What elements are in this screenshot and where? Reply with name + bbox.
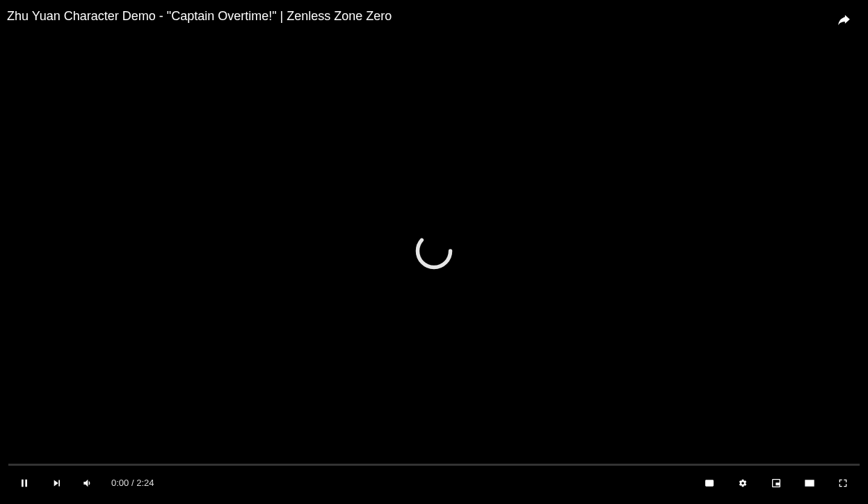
pause-icon: [16, 475, 33, 491]
video-player[interactable]: Zhu Yuan Character Demo - "Captain Overt…: [0, 0, 868, 504]
settings-button[interactable]: [726, 466, 760, 500]
svg-point-0: [417, 234, 450, 267]
top-overlay: Zhu Yuan Character Demo - "Captain Overt…: [0, 0, 868, 42]
captions-button[interactable]: [693, 466, 726, 500]
volume-icon: [80, 475, 97, 491]
progress-bar[interactable]: [8, 464, 860, 466]
share-icon: [835, 11, 853, 29]
left-controls: 0:00 / 2:24: [8, 466, 157, 500]
captions-icon: [701, 475, 718, 491]
next-icon: [49, 476, 63, 490]
duration: 2:24: [136, 478, 154, 488]
gear-icon: [734, 475, 751, 491]
share-button[interactable]: [833, 8, 855, 31]
time-separator: /: [129, 478, 136, 488]
next-button[interactable]: [40, 466, 72, 500]
theater-icon: [798, 475, 821, 491]
theater-button[interactable]: [793, 466, 826, 500]
current-time: 0:00: [111, 478, 129, 488]
fullscreen-button[interactable]: [826, 466, 860, 500]
right-controls: [693, 466, 860, 500]
controls-bar: 0:00 / 2:24: [0, 466, 868, 500]
fullscreen-icon: [835, 475, 851, 491]
video-title[interactable]: Zhu Yuan Character Demo - "Captain Overt…: [7, 8, 392, 24]
time-display: 0:00 / 2:24: [104, 466, 157, 500]
miniplayer-button[interactable]: [760, 466, 793, 500]
pause-button[interactable]: [8, 466, 40, 500]
loading-spinner: [414, 231, 454, 274]
volume-button[interactable]: [72, 466, 104, 500]
miniplayer-icon: [768, 475, 785, 491]
